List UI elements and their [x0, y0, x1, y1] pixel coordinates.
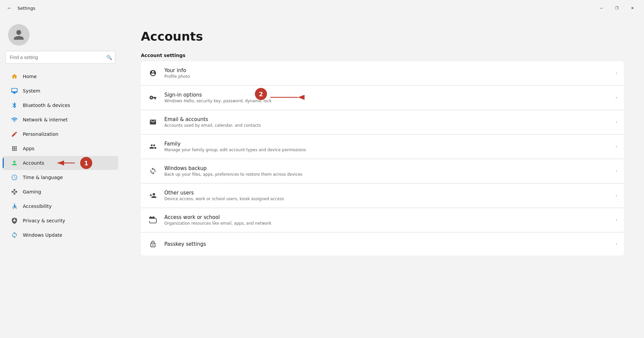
chevron-icon-sign-in: ›	[615, 95, 617, 100]
accessibility-icon	[11, 203, 18, 210]
sidebar-item-gaming[interactable]: Gaming	[3, 185, 118, 199]
setting-title-your-info: Your info	[164, 67, 609, 73]
chevron-icon-windows-backup: ›	[615, 169, 617, 173]
chevron-icon-other-users: ›	[615, 193, 617, 198]
content-area: Accounts Account settings Your info Prof…	[121, 16, 644, 338]
gaming-icon	[11, 188, 18, 195]
sidebar-item-label-personalization: Personalization	[23, 131, 58, 137]
sidebar-item-label-network: Network & internet	[23, 117, 68, 122]
setting-item-windows-backup[interactable]: Windows backup Back up your files, apps,…	[141, 159, 624, 183]
setting-subtitle-family: Manage your family group, edit account t…	[164, 148, 609, 152]
sidebar-item-privacy[interactable]: Privacy & security	[3, 214, 118, 228]
email-icon	[148, 117, 158, 127]
svg-point-2	[14, 204, 15, 205]
sidebar-item-label-accounts: Accounts	[23, 160, 44, 166]
accounts-icon	[11, 159, 18, 167]
sidebar-item-home[interactable]: Home	[3, 69, 118, 83]
setting-item-access-work[interactable]: Access work or school Organization resou…	[141, 208, 624, 232]
other-users-icon	[148, 190, 158, 201]
chevron-icon-your-info: ›	[615, 71, 617, 75]
sidebar-item-update[interactable]: Windows Update	[3, 228, 118, 242]
sidebar-item-label-update: Windows Update	[23, 232, 62, 238]
window-controls: ─ ❐ ✕	[594, 3, 640, 13]
search-input[interactable]	[5, 51, 115, 64]
setting-title-other-users: Other users	[164, 190, 609, 196]
setting-title-sign-in: Sign-in options	[164, 92, 609, 98]
passkey-icon	[148, 239, 158, 249]
search-box: 🔍	[5, 51, 115, 64]
home-icon	[11, 73, 18, 80]
setting-title-email: Email & accounts	[164, 116, 609, 122]
setting-item-family[interactable]: Family Manage your family group, edit ac…	[141, 134, 624, 158]
setting-subtitle-email: Accounts used by email, calendar, and co…	[164, 123, 609, 128]
setting-title-access-work: Access work or school	[164, 214, 609, 220]
annotation-arrow-1	[55, 157, 82, 169]
setting-subtitle-access-work: Organization resources like email, apps,…	[164, 221, 609, 226]
update-icon	[11, 231, 18, 239]
setting-title-family: Family	[164, 141, 609, 147]
sidebar-item-label-home: Home	[23, 74, 37, 79]
sidebar-item-personalization[interactable]: Personalization	[3, 127, 118, 141]
setting-item-sign-in[interactable]: Sign-in options Windows Hello, security …	[141, 86, 624, 109]
close-button[interactable]: ✕	[625, 3, 640, 13]
setting-subtitle-other-users: Device access, work or school users, kio…	[164, 196, 609, 201]
sidebar-item-label-privacy: Privacy & security	[23, 218, 65, 223]
sidebar-item-time[interactable]: Time & language	[3, 170, 118, 184]
sidebar-item-label-apps: Apps	[23, 146, 35, 151]
badge-1: 1	[80, 157, 92, 169]
setting-subtitle-sign-in: Windows Hello, security key, password, d…	[164, 99, 609, 103]
nav-items: Home System Bluetooth & devices Network …	[0, 69, 121, 242]
setting-title-windows-backup: Windows backup	[164, 165, 609, 171]
sidebar: 🔍 Home System Bluetooth & devices Networ…	[0, 16, 121, 338]
setting-subtitle-windows-backup: Back up your files, apps, preferences to…	[164, 172, 609, 177]
privacy-icon	[11, 217, 18, 224]
setting-item-your-info[interactable]: Your info Profile photo ›	[141, 61, 624, 85]
maximize-button[interactable]: ❐	[609, 3, 625, 13]
sidebar-item-label-system: System	[23, 88, 40, 94]
chevron-icon-family: ›	[615, 144, 617, 149]
sidebar-item-accounts[interactable]: Accounts 1	[3, 156, 118, 170]
sidebar-item-label-bluetooth: Bluetooth & devices	[23, 103, 70, 108]
section-label: Account settings	[141, 53, 624, 58]
titlebar: ← Settings ─ ❐ ✕	[0, 0, 644, 16]
avatar	[8, 24, 30, 46]
sidebar-item-accessibility[interactable]: Accessibility	[3, 199, 118, 213]
bluetooth-icon	[11, 102, 18, 109]
sidebar-item-apps[interactable]: Apps	[3, 142, 118, 156]
network-icon	[11, 116, 18, 123]
setting-title-passkey: Passkey settings	[164, 241, 609, 247]
personalization-icon	[11, 130, 18, 138]
settings-list: Your info Profile photo › Sign-in option…	[141, 61, 624, 256]
chevron-icon-access-work: ›	[615, 218, 617, 222]
time-icon	[11, 174, 18, 181]
sidebar-item-label-accessibility: Accessibility	[23, 204, 52, 209]
sidebar-item-bluetooth[interactable]: Bluetooth & devices	[3, 98, 118, 112]
sidebar-profile	[0, 16, 121, 51]
minimize-button[interactable]: ─	[594, 3, 609, 13]
system-icon	[11, 87, 18, 95]
sidebar-item-system[interactable]: System	[3, 84, 118, 98]
back-button[interactable]: ←	[4, 3, 15, 13]
user-icon	[13, 29, 25, 41]
windows-backup-icon	[148, 166, 158, 176]
main-layout: 🔍 Home System Bluetooth & devices Networ…	[0, 16, 644, 338]
chevron-icon-email: ›	[615, 120, 617, 124]
setting-subtitle-your-info: Profile photo	[164, 74, 609, 79]
access-work-icon	[148, 215, 158, 225]
sign-in-icon	[148, 92, 158, 103]
sidebar-item-network[interactable]: Network & internet	[3, 113, 118, 127]
page-title: Accounts	[141, 30, 624, 43]
your-info-icon	[148, 68, 158, 78]
setting-item-other-users[interactable]: Other users Device access, work or schoo…	[141, 183, 624, 207]
setting-item-email[interactable]: Email & accounts Accounts used by email,…	[141, 110, 624, 134]
sidebar-item-label-time: Time & language	[23, 175, 63, 180]
family-icon	[148, 141, 158, 152]
sidebar-item-label-gaming: Gaming	[23, 189, 41, 194]
apps-icon	[11, 145, 18, 152]
chevron-icon-passkey: ›	[615, 242, 617, 246]
titlebar-title: Settings	[17, 6, 35, 11]
setting-item-passkey[interactable]: Passkey settings ›	[141, 232, 624, 256]
